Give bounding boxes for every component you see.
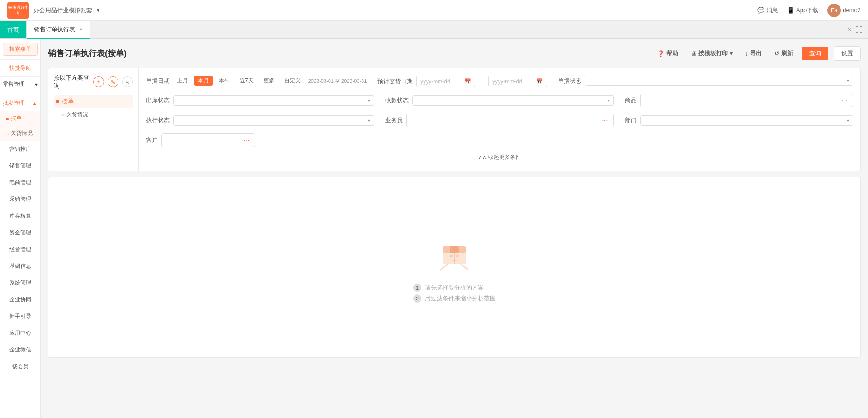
export-label: 导出: [750, 49, 762, 57]
filter-right-panel: 单据日期 上月 本月 本年 近7天 更多 自定义 2023-03-01 至 20…: [139, 68, 860, 171]
empty-tip-1: 1 请先选择要分析的方案: [413, 284, 495, 292]
delivery-status-select[interactable]: ▾: [173, 95, 374, 106]
sidebar-sub-item-backorder[interactable]: ○ 欠货情况: [0, 126, 40, 141]
sidebar-wholesale-arrow: ▲: [32, 100, 38, 107]
order-status-select[interactable]: ▾: [585, 76, 853, 86]
collapse-filters-btn[interactable]: ∧∧ 收起更多条件: [146, 151, 853, 164]
scheme-item-backorder[interactable]: 欠货情况: [54, 108, 133, 121]
sidebar-item-new-user[interactable]: 新手引导: [0, 308, 40, 325]
more-btn[interactable]: 更多: [259, 76, 278, 86]
help-icon: ❓: [657, 50, 665, 57]
delivery-status-group: 出库状态 ▾: [146, 95, 374, 106]
exec-status-select[interactable]: ▾: [173, 115, 374, 126]
payment-status-select[interactable]: ▾: [412, 95, 613, 106]
custom-btn[interactable]: 自定义: [280, 76, 305, 86]
sidebar-item-member[interactable]: 畅会员: [0, 358, 40, 375]
scheme-dot-active: [56, 100, 59, 103]
filter-left-title: 按以下方案查询 ＋ ✎ «: [54, 74, 133, 90]
customer-input-area: ···: [161, 133, 255, 147]
tab-home-label: 首页: [7, 26, 19, 34]
date-range-text: 2023-03-01 至 2023-03-31: [308, 78, 367, 85]
sidebar-item-wholesale[interactable]: 批发管理 ▲: [0, 96, 40, 111]
search-btn[interactable]: 查询: [802, 47, 828, 60]
sidebar-item-app-center[interactable]: 应用中心: [0, 325, 40, 342]
export-btn[interactable]: ↓ 导出: [742, 48, 766, 59]
empty-state-tips: 1 请先选择要分析的方案 2 用过滤条件来缩小分析范围: [413, 284, 495, 303]
print-btn[interactable]: 🖨 按模板打印 ▾: [687, 48, 736, 59]
app-download-btn[interactable]: 📱 App下载: [787, 6, 818, 14]
topbar: 畅捷通好生意 办公用品行业模拟账套 ▾ 💬 消息 📱 App下载 Ea demo…: [0, 0, 868, 21]
user-label: demo2: [843, 7, 861, 14]
expected-date-from[interactable]: yyyy-mm-dd 📅: [416, 76, 475, 87]
sidebar-item-operations[interactable]: 经营管理: [0, 241, 40, 258]
sidebar-item-finance[interactable]: 资金管理: [0, 224, 40, 241]
tip-text-2: 用过滤条件来缩小分析范围: [425, 294, 495, 303]
help-label: 帮助: [666, 49, 678, 57]
sidebar-item-retail[interactable]: 零售管理 ▾: [0, 77, 40, 92]
sidebar-item-ecommerce[interactable]: 电商管理: [0, 174, 40, 191]
refresh-btn[interactable]: ↺ 刷新: [771, 48, 797, 59]
logo-text: 畅捷通好生意: [7, 5, 29, 15]
page-actions: ❓ 帮助 🖨 按模板打印 ▾ ↓ 导出 ↺ 刷新: [654, 46, 861, 61]
prev-month-btn[interactable]: 上月: [173, 76, 192, 86]
customer-group: 客户 ···: [146, 133, 255, 147]
sidebar-item-wechat[interactable]: 企业微信: [0, 342, 40, 358]
sidebar-sub-item-by-order[interactable]: ● 按单: [0, 111, 40, 126]
app-label: App下载: [796, 6, 818, 14]
order-status-arrow: ▾: [847, 78, 849, 83]
user-menu[interactable]: Ea demo2: [827, 4, 861, 17]
dept-select[interactable]: ▾: [640, 115, 853, 126]
delivery-status-control: ▾: [173, 95, 374, 106]
dept-control: ▾: [640, 115, 853, 126]
sidebar-item-purchase[interactable]: 采购管理: [0, 191, 40, 208]
topbar-dropdown[interactable]: ▾: [97, 7, 99, 14]
salesman-label: 业务员: [385, 116, 403, 124]
help-btn[interactable]: ❓ 帮助: [654, 48, 682, 59]
settings-btn[interactable]: 设置: [834, 46, 861, 61]
this-month-btn[interactable]: 本月: [194, 76, 213, 86]
add-scheme-btn[interactable]: ＋: [93, 76, 104, 87]
salesman-group: 业务员 ···: [385, 114, 613, 127]
sidebar-item-marketing[interactable]: 营销推广: [0, 141, 40, 157]
customer-input[interactable]: [165, 137, 241, 144]
message-btn[interactable]: 💬 消息: [757, 6, 778, 14]
window-close-icon[interactable]: ×: [848, 26, 852, 34]
sidebar-item-basic-info[interactable]: 基础信息: [0, 258, 40, 275]
edit-scheme-btn[interactable]: ✎: [108, 76, 118, 87]
salesman-input[interactable]: [410, 117, 600, 124]
filter-panel: 按以下方案查询 ＋ ✎ « 按单 欠货情况: [48, 68, 861, 171]
exec-status-arrow: ▾: [368, 118, 370, 123]
search-menu-btn[interactable]: 搜索菜单: [3, 43, 38, 56]
window-expand-icon[interactable]: ⛶: [855, 26, 863, 34]
tab-home[interactable]: 首页: [0, 21, 27, 38]
date-label: 单据日期: [146, 77, 170, 85]
result-area: 1 请先选择要分析的方案 2 用过滤条件来缩小分析范围: [48, 177, 861, 358]
date-quick-btns: 上月 本月 本年 近7天 更多 自定义: [173, 76, 305, 86]
filter-row3: 执行状态 ▾ 业务员: [146, 114, 853, 127]
sidebar-item-inventory[interactable]: 库存核算: [0, 208, 40, 224]
dept-label: 部门: [625, 116, 637, 124]
refresh-label: 刷新: [781, 49, 793, 57]
goods-more-btn[interactable]: ···: [840, 96, 849, 104]
scheme-item-by-order[interactable]: 按单: [54, 95, 133, 108]
print-label: 按模板打印: [698, 49, 728, 57]
this-year-btn[interactable]: 本年: [215, 76, 234, 86]
empty-tip-2: 2 用过滤条件来缩小分析范围: [413, 294, 495, 303]
tab-close-icon[interactable]: ×: [80, 26, 83, 33]
quick-nav-item[interactable]: 快捷导航: [0, 62, 40, 74]
delivery-status-arrow: ▾: [368, 98, 370, 103]
sidebar-item-sales[interactable]: 销售管理: [0, 157, 40, 174]
customer-more-btn[interactable]: ···: [241, 136, 251, 144]
7days-btn[interactable]: 近7天: [236, 76, 258, 86]
sidebar-item-enterprise[interactable]: 企业协同: [0, 291, 40, 308]
goods-input[interactable]: [644, 97, 840, 104]
svg-point-4: [450, 255, 453, 257]
collapse-panel-btn[interactable]: «: [122, 76, 133, 87]
print-dropdown-icon: ▾: [730, 50, 733, 57]
expected-date-label: 预计交货日期: [377, 77, 413, 86]
sidebar-item-system[interactable]: 系统管理: [0, 275, 40, 291]
tip-text-1: 请先选择要分析的方案: [425, 284, 484, 292]
expected-date-to[interactable]: yyyy-mm-dd 📅: [488, 76, 547, 87]
tab-sales-order[interactable]: 销售订单执行表 ×: [27, 21, 90, 39]
salesman-more-btn[interactable]: ···: [600, 116, 609, 124]
